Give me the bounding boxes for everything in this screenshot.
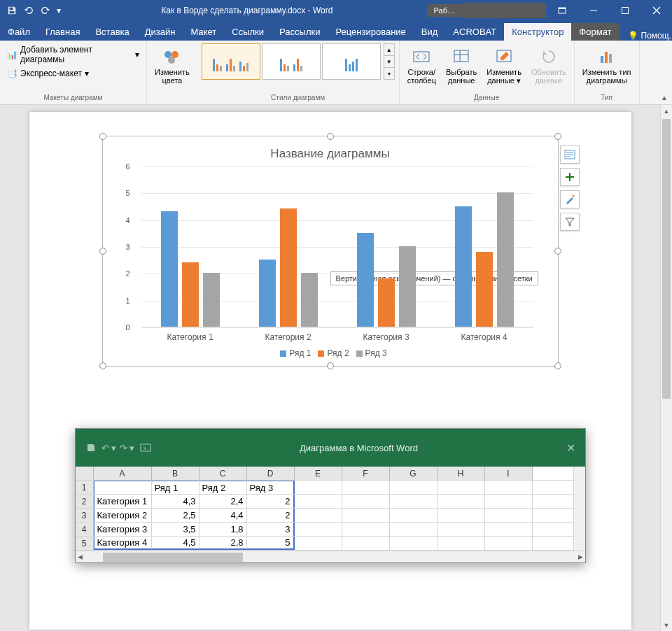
col-header[interactable]: H [438, 467, 485, 480]
cell[interactable]: Категория 1 [94, 495, 152, 508]
cell[interactable]: Категория 3 [94, 523, 152, 536]
cell[interactable]: 2,8 [200, 537, 247, 550]
cell[interactable] [438, 509, 485, 522]
cell[interactable] [485, 523, 533, 536]
cell[interactable] [295, 481, 342, 494]
hscroll-thumb[interactable] [103, 553, 243, 562]
tab-acrobat[interactable]: ACROBAT [445, 23, 504, 41]
excel-sheet[interactable]: ABCDEFGHI1Ряд 1Ряд 2Ряд 32Категория 14,3… [76, 467, 573, 551]
bar[interactable] [497, 192, 514, 327]
col-header[interactable]: C [200, 467, 247, 480]
resize-handle[interactable] [554, 248, 561, 255]
cell[interactable] [438, 523, 485, 536]
ribbon-display-icon[interactable] [546, 0, 578, 21]
cell[interactable] [295, 495, 342, 508]
col-header[interactable]: G [390, 467, 438, 480]
cell[interactable] [390, 481, 438, 494]
cell[interactable] [295, 509, 342, 522]
tab-review[interactable]: Рецензирование [328, 23, 413, 41]
gallery-down-icon[interactable]: ▼ [384, 55, 394, 67]
tab-layout[interactable]: Макет [183, 23, 224, 41]
cell[interactable] [485, 495, 533, 508]
chart-plot-area[interactable]: Вертикальная ось (значений) — основные л… [141, 166, 533, 327]
bar[interactable] [399, 246, 416, 327]
cell[interactable] [295, 537, 342, 550]
chart-styles-gallery[interactable] [202, 43, 381, 80]
layout-options-button[interactable] [560, 146, 580, 164]
switch-row-col-button[interactable]: Строка/столбец [404, 43, 440, 87]
cell[interactable]: 3 [247, 523, 295, 536]
cell[interactable] [342, 481, 390, 494]
cell[interactable] [390, 537, 438, 550]
resize-handle[interactable] [554, 133, 561, 140]
bar[interactable] [259, 260, 276, 327]
cell[interactable] [342, 495, 390, 508]
cell[interactable]: 2,4 [200, 495, 247, 508]
quick-layout-button[interactable]: 📑 Экспресс-макет▾ [4, 67, 92, 80]
chart-object[interactable]: Название диаграммы Вертикальная ось (зна… [113, 140, 547, 362]
bar[interactable] [280, 208, 297, 327]
resize-handle[interactable] [327, 362, 334, 369]
refresh-data-button[interactable]: Обновитьданные [528, 43, 570, 87]
cell[interactable]: 4,4 [200, 509, 247, 522]
excel-undo-icon[interactable]: ↶ ▾ [101, 439, 118, 456]
cell[interactable] [438, 495, 485, 508]
change-chart-type-button[interactable]: Изменить типдиаграммы [579, 43, 635, 87]
tab-format[interactable]: Формат [571, 23, 619, 41]
row-header[interactable]: 1 [76, 481, 94, 494]
row-header[interactable]: 5 [76, 537, 94, 550]
col-header[interactable]: D [247, 467, 295, 480]
cell[interactable] [342, 509, 390, 522]
col-header[interactable]: I [485, 467, 533, 480]
cell[interactable] [342, 523, 390, 536]
excel-hscroll[interactable]: ◀ ▶ [76, 551, 585, 562]
maximize-icon[interactable] [609, 0, 640, 21]
hscroll-left-icon[interactable]: ◀ [76, 553, 85, 560]
cell[interactable]: 1,8 [200, 523, 247, 536]
bar[interactable] [476, 252, 493, 327]
cell[interactable]: 3,5 [152, 523, 200, 536]
cell[interactable] [342, 537, 390, 550]
tab-file[interactable]: Файл [0, 23, 38, 41]
tab-home[interactable]: Главная [38, 23, 88, 41]
resize-handle[interactable] [554, 362, 561, 369]
chart-styles-button[interactable] [560, 190, 580, 208]
cell[interactable] [485, 537, 533, 550]
excel-close-icon[interactable]: ✕ [557, 429, 585, 467]
tab-design[interactable]: Дизайн [137, 23, 183, 41]
tab-view[interactable]: Вид [414, 23, 446, 41]
edit-data-button[interactable]: Изменитьданные ▾ [483, 43, 525, 87]
chart-filters-button[interactable] [560, 213, 580, 231]
cell[interactable] [438, 481, 485, 494]
cell[interactable] [390, 523, 438, 536]
resize-handle[interactable] [99, 362, 106, 369]
tab-mailings[interactable]: Рассылки [272, 23, 328, 41]
col-header[interactable]: B [152, 467, 200, 480]
style-thumb-3[interactable] [322, 43, 381, 80]
gallery-up-icon[interactable]: ▲ [384, 44, 394, 55]
excel-open-icon[interactable]: x [137, 439, 154, 456]
cell[interactable] [485, 509, 533, 522]
cell[interactable]: Ряд 3 [247, 481, 295, 494]
tell-me[interactable]: 💡 Помощ... [620, 31, 672, 41]
save-icon[interactable] [4, 3, 20, 18]
cell[interactable] [390, 509, 438, 522]
scroll-up-icon[interactable]: ▲ [661, 105, 672, 117]
cell[interactable]: Категория 4 [94, 537, 152, 550]
row-header[interactable]: 2 [76, 495, 94, 508]
tab-references[interactable]: Ссылки [224, 23, 272, 41]
cell[interactable] [485, 481, 533, 494]
row-header[interactable]: 3 [76, 509, 94, 522]
excel-save-icon[interactable] [83, 439, 99, 456]
undo-icon[interactable] [21, 3, 36, 18]
excel-redo-icon[interactable]: ↷ ▾ [119, 439, 136, 456]
cell[interactable]: 2,5 [152, 509, 200, 522]
resize-handle[interactable] [99, 133, 106, 140]
col-header[interactable]: F [342, 467, 390, 480]
style-thumb-1[interactable] [202, 43, 260, 80]
cell[interactable] [390, 495, 438, 508]
add-chart-element-button[interactable]: 📊 Добавить элемент диаграммы▾ [4, 43, 142, 66]
vertical-scrollbar[interactable]: ▲ ▼ [660, 105, 672, 631]
cell[interactable] [438, 537, 485, 550]
cell[interactable]: Ряд 1 [152, 481, 200, 494]
